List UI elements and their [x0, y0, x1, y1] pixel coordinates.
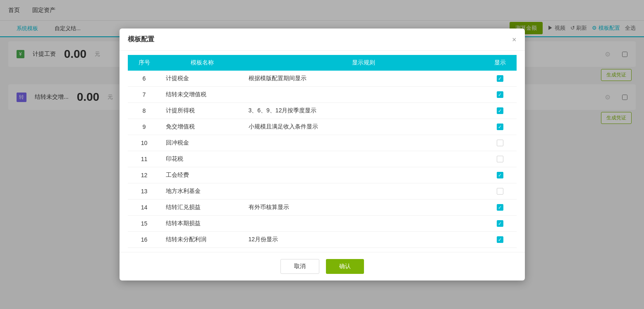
table-row: 16结转未分配利润12月份显示: [128, 232, 517, 248]
col-header-rule: 显示规则: [244, 55, 484, 71]
row-name: 印花税: [161, 151, 244, 167]
row-id: 7: [128, 87, 161, 103]
col-header-display: 显示: [484, 55, 517, 71]
row-rule: 根据模版配置期间显示: [244, 71, 484, 87]
row-checkbox-9[interactable]: [497, 124, 503, 130]
table-row: 9免交增值税小规模且满足收入条件显示: [128, 119, 517, 135]
row-name: 回冲税金: [161, 135, 244, 151]
row-checkbox-cell: [484, 119, 517, 135]
row-id: 13: [128, 183, 161, 200]
row-checkbox-12[interactable]: [497, 172, 503, 178]
row-checkbox-13[interactable]: [497, 188, 503, 195]
row-checkbox-cell: [484, 135, 517, 151]
config-table: 序号 模板名称 显示规则 显示 6计提税金根据模版配置期间显示7结转未交增值税8…: [128, 55, 517, 248]
row-name: 免交增值税: [161, 119, 244, 135]
modal-close-button[interactable]: ×: [512, 36, 517, 43]
table-header: 序号 模板名称 显示规则 显示: [128, 55, 517, 71]
row-rule: [244, 87, 484, 103]
row-id: 15: [128, 216, 161, 232]
row-name: 结转本期损益: [161, 216, 244, 232]
table-row: 13地方水利基金: [128, 183, 517, 200]
row-rule: [244, 183, 484, 200]
row-name: 地方水利基金: [161, 183, 244, 200]
table-row: 14结转汇兑损益有外币核算显示: [128, 200, 517, 216]
col-header-name: 模板名称: [161, 55, 244, 71]
table-row: 15结转本期损益: [128, 216, 517, 232]
row-id: 16: [128, 232, 161, 248]
modal-overlay: 模板配置 × 序号 模板名称 显示规则 显示 6计提税金根据模版配置期间显示7结…: [0, 0, 644, 309]
row-rule: [244, 135, 484, 151]
table-row: 7结转未交增值税: [128, 87, 517, 103]
row-id: 10: [128, 135, 161, 151]
modal-footer: 取消 确认: [120, 252, 525, 280]
row-checkbox-10[interactable]: [497, 140, 503, 146]
row-checkbox-7[interactable]: [497, 91, 503, 98]
row-name: 计提所得税: [161, 103, 244, 119]
row-name: 计提税金: [161, 71, 244, 87]
row-rule: [244, 216, 484, 232]
row-id: 8: [128, 103, 161, 119]
row-checkbox-cell: [484, 232, 517, 248]
row-checkbox-cell: [484, 151, 517, 167]
row-checkbox-cell: [484, 216, 517, 232]
row-id: 11: [128, 151, 161, 167]
row-checkbox-15[interactable]: [497, 220, 503, 227]
row-name: 结转未分配利润: [161, 232, 244, 248]
row-checkbox-cell: [484, 103, 517, 119]
row-id: 9: [128, 119, 161, 135]
row-rule: [244, 151, 484, 167]
cancel-button[interactable]: 取消: [280, 259, 319, 274]
col-header-id: 序号: [128, 55, 161, 71]
row-name: 结转未交增值税: [161, 87, 244, 103]
row-name: 结转汇兑损益: [161, 200, 244, 216]
row-name: 工会经费: [161, 167, 244, 183]
row-rule: 小规模且满足收入条件显示: [244, 119, 484, 135]
row-rule: 12月份显示: [244, 232, 484, 248]
row-checkbox-16[interactable]: [497, 236, 503, 243]
table-body: 6计提税金根据模版配置期间显示7结转未交增值税8计提所得税3、6、9、12月按季…: [128, 71, 517, 248]
row-id: 6: [128, 71, 161, 87]
template-config-modal: 模板配置 × 序号 模板名称 显示规则 显示 6计提税金根据模版配置期间显示7结…: [120, 29, 525, 280]
modal-header: 模板配置 ×: [120, 29, 525, 51]
row-checkbox-6[interactable]: [497, 75, 503, 82]
row-id: 12: [128, 167, 161, 183]
row-checkbox-14[interactable]: [497, 204, 503, 211]
table-row: 11印花税: [128, 151, 517, 167]
row-checkbox-cell: [484, 87, 517, 103]
table-row: 8计提所得税3、6、9、12月按季度显示: [128, 103, 517, 119]
confirm-button[interactable]: 确认: [326, 259, 364, 274]
table-row: 6计提税金根据模版配置期间显示: [128, 71, 517, 87]
table-row: 10回冲税金: [128, 135, 517, 151]
modal-title: 模板配置: [128, 35, 154, 44]
row-checkbox-cell: [484, 167, 517, 183]
row-checkbox-cell: [484, 200, 517, 216]
table-row: 12工会经费: [128, 167, 517, 183]
row-checkbox-cell: [484, 71, 517, 87]
row-checkbox-8[interactable]: [497, 107, 503, 114]
row-rule: 有外币核算显示: [244, 200, 484, 216]
row-checkbox-cell: [484, 183, 517, 200]
row-id: 14: [128, 200, 161, 216]
row-checkbox-11[interactable]: [497, 156, 503, 162]
modal-body: 序号 模板名称 显示规则 显示 6计提税金根据模版配置期间显示7结转未交增值税8…: [120, 51, 525, 252]
row-rule: 3、6、9、12月按季度显示: [244, 103, 484, 119]
row-rule: [244, 167, 484, 183]
